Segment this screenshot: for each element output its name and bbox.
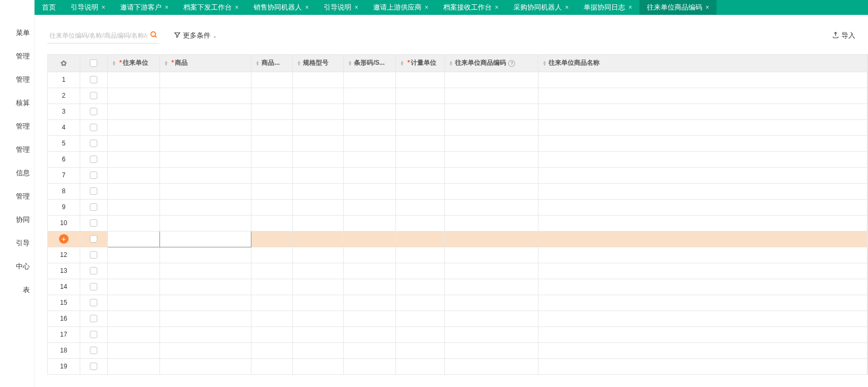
cell[interactable] (444, 247, 538, 263)
cell[interactable] (444, 231, 538, 247)
cell[interactable] (538, 342, 867, 358)
tab[interactable]: 档案下发工作台× (176, 0, 246, 15)
cell[interactable] (107, 215, 159, 231)
tab[interactable]: 销售协同机器人× (246, 0, 316, 15)
cell[interactable] (251, 88, 292, 104)
cell[interactable] (107, 231, 159, 247)
search-input[interactable] (47, 28, 159, 44)
sidebar-item[interactable]: 表 (0, 278, 34, 302)
cell[interactable] (251, 135, 292, 151)
cell[interactable] (343, 326, 395, 342)
cell[interactable] (251, 263, 292, 279)
cell[interactable] (251, 311, 292, 326)
row-checkbox[interactable] (90, 283, 97, 290)
cell[interactable] (444, 183, 538, 199)
sidebar-item[interactable]: 菜单 (0, 21, 34, 45)
cell[interactable] (395, 342, 444, 358)
row-checkbox[interactable] (90, 267, 97, 274)
cell[interactable] (444, 119, 538, 135)
cell[interactable] (538, 279, 867, 295)
tab[interactable]: 邀请下游客户× (113, 0, 176, 15)
sidebar-item[interactable]: 核算 (0, 91, 34, 115)
table-row[interactable]: 19 (48, 358, 867, 374)
cell[interactable] (159, 72, 251, 88)
table-row[interactable]: 10 (48, 215, 867, 231)
close-icon[interactable]: × (305, 4, 309, 11)
tab[interactable]: 首页 (35, 0, 63, 15)
export-button[interactable]: 导入 (832, 31, 855, 40)
cell[interactable] (159, 88, 251, 104)
row-checkbox[interactable] (90, 140, 97, 147)
cell[interactable] (343, 104, 395, 119)
cell[interactable] (538, 311, 867, 326)
cell[interactable] (251, 279, 292, 295)
close-icon[interactable]: × (495, 4, 499, 11)
table-row[interactable]: 4 (48, 119, 867, 135)
cell[interactable] (395, 295, 444, 311)
cell[interactable] (343, 183, 395, 199)
cell[interactable] (159, 311, 251, 326)
table-row[interactable]: 16 (48, 311, 867, 326)
cell[interactable] (343, 311, 395, 326)
column-select-all[interactable] (80, 55, 107, 72)
sidebar-item[interactable]: 管理 (0, 138, 34, 161)
row-checkbox[interactable] (90, 156, 97, 163)
cell[interactable] (395, 263, 444, 279)
row-checkbox[interactable] (90, 299, 97, 306)
tab[interactable]: 档案接收工作台× (436, 0, 506, 15)
cell[interactable] (538, 247, 867, 263)
sidebar-item[interactable]: 管理 (0, 45, 34, 68)
row-checkbox[interactable] (90, 347, 97, 354)
cell[interactable] (343, 295, 395, 311)
row-checkbox[interactable] (90, 171, 97, 179)
cell[interactable] (292, 279, 343, 295)
cell[interactable] (444, 215, 538, 231)
tab[interactable]: 引导说明× (63, 0, 113, 15)
cell[interactable] (343, 279, 395, 295)
column-partner-name[interactable]: ▲▼往来单位商品名称 (538, 55, 867, 72)
cell[interactable] (107, 167, 159, 183)
cell[interactable] (343, 167, 395, 183)
table-row[interactable]: 8 (48, 183, 867, 199)
cell[interactable] (292, 199, 343, 215)
cell[interactable] (538, 231, 867, 247)
cell[interactable] (444, 295, 538, 311)
table-row[interactable]: 2 (48, 88, 867, 104)
close-icon[interactable]: × (165, 4, 168, 11)
table-row[interactable]: 9 (48, 199, 867, 215)
cell[interactable] (444, 72, 538, 88)
cell[interactable] (159, 167, 251, 183)
cell[interactable] (395, 326, 444, 342)
cell[interactable] (292, 167, 343, 183)
cell[interactable] (159, 135, 251, 151)
tab[interactable]: 往来单位商品编码× (639, 0, 717, 15)
cell[interactable] (292, 88, 343, 104)
cell[interactable] (343, 215, 395, 231)
cell[interactable] (395, 104, 444, 119)
cell[interactable] (251, 215, 292, 231)
row-checkbox[interactable] (90, 363, 97, 370)
sidebar-item[interactable]: 管理 (0, 185, 34, 208)
cell[interactable] (444, 104, 538, 119)
table-row[interactable]: 18 (48, 342, 867, 358)
column-settings[interactable]: ✿ (48, 55, 80, 72)
cell[interactable] (395, 215, 444, 231)
cell[interactable] (107, 88, 159, 104)
cell[interactable] (292, 247, 343, 263)
cell[interactable] (292, 72, 343, 88)
cell[interactable] (538, 167, 867, 183)
cell[interactable] (538, 326, 867, 342)
cell[interactable] (538, 88, 867, 104)
cell[interactable] (395, 311, 444, 326)
cell[interactable] (395, 135, 444, 151)
tab[interactable]: 采购协同机器人× (506, 0, 576, 15)
cell[interactable] (538, 358, 867, 374)
cell[interactable] (343, 151, 395, 167)
cell[interactable] (538, 263, 867, 279)
cell[interactable] (107, 183, 159, 199)
cell[interactable] (159, 295, 251, 311)
row-checkbox[interactable] (90, 124, 97, 131)
close-icon[interactable]: × (102, 4, 105, 11)
table-row[interactable]: 5 (48, 135, 867, 151)
table-row[interactable]: 1 (48, 72, 867, 88)
